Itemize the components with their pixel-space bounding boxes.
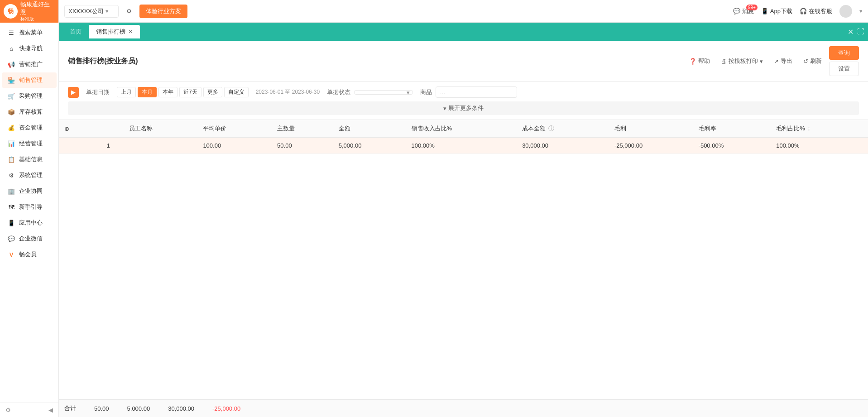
sidebar-item-inventory[interactable]: 📦 库存核算 (2, 104, 57, 120)
th-avg-price: 平均单价 (197, 120, 272, 138)
sidebar-item-basic[interactable]: 📋 基础信息 (2, 152, 57, 167)
filter-row-1: ▶ 单据日期 上月 本月 本年 近7天 更多 自定义 2023-06-01 至 … (68, 86, 859, 98)
table-row: 1 100.00 50.00 5,000.00 100.00% 30,000.0… (59, 138, 868, 154)
table-area: ⊕ 员工名称 平均单价 主数量 全额 销售收入占比% 成本全额 ⓘ 毛利 毛利率 (59, 120, 868, 417)
goods-dots: … (440, 89, 446, 96)
row-gross-pct: 100.00% (771, 138, 868, 154)
chevron-down-icon: ▾ (106, 8, 109, 14)
content: 销售排行榜(按业务员) ❓ 帮助 🖨 按模板打印 ▾ ↗ 导出 ↺ 刷新 (59, 41, 868, 417)
sidebar-settings-icon[interactable]: ⚙ (5, 407, 11, 413)
sidebar: 畅 畅康通好生意 标准版 ☰ 搜索菜单 ⌂ 快捷导航 📢 营销推广 🏪 销售管理… (0, 0, 59, 417)
sidebar-item-marketing[interactable]: 📢 营销推广 (2, 57, 57, 72)
settings-button[interactable]: 设置 (829, 62, 859, 76)
print-icon: 🖨 (721, 58, 727, 65)
date-prev-month-btn[interactable]: 上月 (117, 87, 136, 97)
marketing-icon: 📢 (7, 61, 15, 68)
export-btn[interactable]: ↗ 导出 (770, 55, 796, 67)
table-spacer (59, 154, 868, 399)
window-close-icon[interactable]: ✕ (848, 28, 854, 36)
basic-icon: 📋 (7, 156, 15, 163)
row-gross: -25,000.00 (609, 138, 693, 154)
quick-nav-icon: ⌂ (7, 45, 15, 52)
template-print-btn[interactable]: 🖨 按模板打印 ▾ (717, 55, 767, 67)
sidebar-item-enterprise[interactable]: 🏢 企业协同 (2, 183, 57, 199)
sidebar-logo: 畅 畅康通好生意 标准版 (0, 0, 58, 23)
sidebar-collapse-icon[interactable]: ◀ (48, 407, 53, 413)
topbar: XXXXXX公司 ▾ ⚙ 体验行业方案 💬 消息 99+ 📱 App下载 🎧 在… (59, 0, 868, 23)
cost-info-icon[interactable]: ⓘ (548, 125, 554, 132)
row-qty: 50.00 (272, 138, 333, 154)
window-maximize-icon[interactable]: ⛶ (857, 28, 864, 36)
page-title: 销售排行榜(按业务员) (68, 57, 138, 66)
help-btn[interactable]: ❓ 帮助 (686, 55, 714, 67)
sidebar-menu: ☰ 搜索菜单 ⌂ 快捷导航 📢 营销推广 🏪 销售管理 🛒 采购管理 📦 库存核… (0, 23, 58, 403)
headset-icon: 🎧 (800, 8, 807, 14)
status-filter: 单据状态 ▾ (327, 88, 413, 96)
query-button[interactable]: 查询 (829, 46, 859, 60)
footer-cost: 30,000.00 (168, 404, 194, 412)
sidebar-item-sales[interactable]: 🏪 销售管理 (2, 72, 57, 88)
page-actions: ❓ 帮助 🖨 按模板打印 ▾ ↗ 导出 ↺ 刷新 查询 (686, 46, 859, 76)
messages-btn[interactable]: 💬 消息 99+ (733, 7, 754, 15)
topbar-settings-icon[interactable]: ⚙ (122, 5, 136, 18)
sidebar-item-member[interactable]: V 畅会员 (2, 247, 57, 262)
footer-gross: -25,000.00 (212, 404, 240, 412)
app-download-btn[interactable]: 📱 App下载 (761, 7, 792, 15)
sidebar-item-search-order[interactable]: ☰ 搜索菜单 (2, 25, 57, 40)
tab-sales-ranking[interactable]: 销售排行榜 ✕ (89, 25, 140, 38)
wechat-icon: 💬 (7, 235, 15, 242)
row-sales-pct: 100.00% (406, 138, 517, 154)
row-amount: 5,000.00 (333, 138, 406, 154)
date-this-month-btn[interactable]: 本月 (138, 87, 157, 97)
logo-text: 畅康通好生意 标准版 (20, 1, 55, 22)
purchase-icon: 🛒 (7, 93, 15, 100)
expand-more-btn[interactable]: ▾ 展开更多条件 (68, 101, 859, 115)
print-dropdown-icon: ▾ (760, 58, 763, 65)
date-last7days-btn[interactable]: 近7天 (179, 87, 201, 97)
gross-pct-info-icon[interactable]: ↕ (807, 125, 810, 132)
date-filter-buttons: 上月 本月 本年 近7天 更多 自定义 (117, 87, 249, 97)
row-rank: 1 (93, 138, 123, 154)
table-footer: 合计 50.00 5,000.00 30,000.00 -25,000.00 (59, 399, 868, 417)
member-icon: V (7, 251, 15, 258)
expand-more-icon: ▾ (443, 105, 446, 112)
th-gross: 毛利 (609, 120, 693, 138)
row-name (124, 138, 198, 154)
trial-btn[interactable]: 体验行业方案 (139, 5, 187, 18)
user-avatar[interactable] (839, 5, 852, 18)
date-this-year-btn[interactable]: 本年 (158, 87, 177, 97)
sidebar-item-appstore[interactable]: 📱 应用中心 (2, 215, 57, 230)
filter-area: ▶ 单据日期 上月 本月 本年 近7天 更多 自定义 2023-06-01 至 … (59, 82, 868, 120)
export-icon: ↗ (774, 58, 779, 65)
footer-amount: 5,000.00 (127, 404, 150, 412)
online-service-btn[interactable]: 🎧 在线客服 (800, 7, 832, 15)
logo-icon: 畅 (4, 4, 18, 19)
sidebar-item-quick-nav[interactable]: ⌂ 快捷导航 (2, 41, 57, 56)
footer-label: 合计 (64, 404, 76, 412)
date-custom-btn[interactable]: 自定义 (224, 87, 249, 97)
sidebar-item-system[interactable]: ⚙ 系统管理 (2, 168, 57, 183)
sidebar-item-guide[interactable]: 🗺 新手引导 (2, 199, 57, 215)
filter-expand-arrow[interactable]: ▶ (68, 87, 79, 98)
system-icon: ⚙ (7, 172, 15, 179)
sidebar-item-finance[interactable]: 💰 资金管理 (2, 120, 57, 135)
sidebar-item-wechat[interactable]: 💬 企业微信 (2, 231, 57, 246)
goods-input[interactable]: … (436, 86, 517, 98)
th-icon: ⊕ (59, 120, 93, 138)
tabbar: 首页 销售排行榜 ✕ ✕ ⛶ (59, 23, 868, 41)
refresh-btn[interactable]: ↺ 刷新 (800, 55, 825, 67)
sidebar-item-operation[interactable]: 📊 经营管理 (2, 136, 57, 151)
footer-qty: 50.00 (94, 404, 109, 412)
th-name: 员工名称 (124, 120, 198, 138)
row-avg-price: 100.00 (197, 138, 272, 154)
company-selector[interactable]: XXXXXX公司 ▾ (64, 5, 119, 18)
goods-filter: 商品 … (420, 86, 517, 98)
date-filter-label: 单据日期 (86, 88, 110, 96)
message-icon: 💬 (733, 8, 740, 14)
tab-home[interactable]: 首页 (62, 25, 89, 38)
tab-close-icon[interactable]: ✕ (128, 29, 133, 35)
status-select[interactable]: ▾ (354, 90, 413, 95)
topbar-right: 💬 消息 99+ 📱 App下载 🎧 在线客服 ▾ (733, 5, 863, 18)
date-more-btn[interactable]: 更多 (203, 87, 222, 97)
sidebar-item-purchase[interactable]: 🛒 采购管理 (2, 88, 57, 104)
